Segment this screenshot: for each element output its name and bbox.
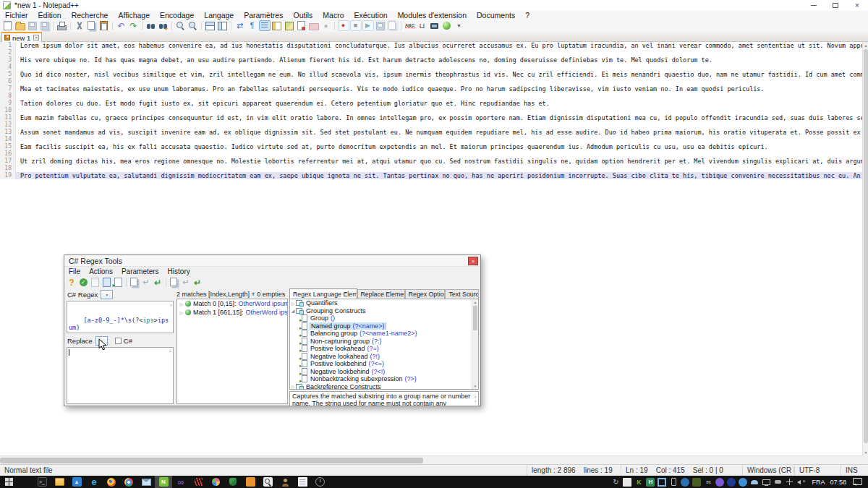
- box-app-icon[interactable]: [242, 476, 259, 488]
- show-symbols-icon[interactable]: ¶: [247, 20, 258, 31]
- regex-history-dropdown[interactable]: ▼: [101, 290, 113, 299]
- menu-item-macro[interactable]: Macro: [318, 11, 349, 20]
- search-app-icon[interactable]: [259, 476, 276, 488]
- dialog-title-bar[interactable]: C# Regex Tools: [64, 255, 480, 267]
- paste-icon[interactable]: [98, 20, 110, 31]
- horizontal-scrollbar-thumb[interactable]: [0, 458, 423, 463]
- open-folder-icon[interactable]: [14, 20, 26, 31]
- editor-line[interactable]: 4: [0, 64, 862, 71]
- copy-replace-icon[interactable]: [169, 278, 180, 288]
- menu-item-affichage[interactable]: Affichage: [113, 11, 155, 20]
- editor-line[interactable]: 18: [0, 165, 862, 172]
- tray-phone-icon[interactable]: [669, 477, 678, 487]
- sync-vertical-icon[interactable]: [205, 20, 216, 31]
- volume-muted-icon[interactable]: [796, 477, 806, 487]
- regex-input[interactable]: ▲ [a-z0-9_-]*\s(?<ips>ipsum): [67, 301, 174, 333]
- menu-item-langage[interactable]: Langage: [199, 11, 239, 20]
- snapshot-icon[interactable]: [429, 20, 441, 31]
- tree-item-negative-lookahead[interactable]: Negative lookahead(?!): [290, 353, 478, 361]
- undo-icon[interactable]: ↶: [116, 20, 127, 31]
- menu-item-documents[interactable]: Documents: [472, 11, 520, 20]
- copy-matches-icon[interactable]: [129, 278, 140, 288]
- run-replace-icon[interactable]: ↵: [192, 278, 203, 288]
- tray-clipboard-icon[interactable]: [623, 477, 632, 487]
- match-row[interactable]: ▷Match 1 [661,15]:OtherWord ipsum: [177, 308, 287, 317]
- dialog-menu-item-history[interactable]: History: [163, 267, 195, 276]
- start-button[interactable]: [0, 476, 17, 488]
- tray-navy-orb-icon[interactable]: [727, 477, 736, 487]
- monitor-toggle-icon[interactable]: ●: [320, 20, 332, 31]
- encoding-status[interactable]: UTF-8: [794, 465, 841, 476]
- tree-item-named-group[interactable]: Named group(?<name>): [290, 322, 478, 330]
- folder-workspace-icon[interactable]: [308, 20, 320, 31]
- vertical-scrollbar-thumb[interactable]: [864, 49, 868, 443]
- file-explorer-icon[interactable]: [51, 476, 68, 488]
- notepad-plus-plus-icon[interactable]: N: [155, 476, 172, 488]
- dialog-tab-regex-options[interactable]: Regex Options: [405, 289, 446, 299]
- tray-86-icon[interactable]: 86: [704, 477, 713, 487]
- editor-line[interactable]: 2: [0, 49, 862, 56]
- tray-cloud-icon[interactable]: [750, 477, 760, 487]
- save-all-icon[interactable]: [39, 20, 51, 31]
- spell-check-icon[interactable]: ABC: [404, 20, 416, 31]
- contacts-icon[interactable]: [276, 476, 294, 488]
- print-icon[interactable]: [56, 20, 68, 31]
- tree-item-positive-lookbehind[interactable]: Positive lookbehind(?<=): [290, 360, 478, 368]
- menu-item-recherche[interactable]: Recherche: [67, 11, 114, 20]
- editor-line[interactable]: 13Assum sonet mandamus ad vis, suscipit …: [0, 129, 862, 136]
- tab-new-1[interactable]: new 1 ×: [1, 32, 42, 42]
- editor-line[interactable]: 5Quo id dico noster, nisl vocibus simili…: [0, 71, 862, 78]
- menu-item-encodage[interactable]: Encodage: [155, 11, 199, 20]
- save-session-icon[interactable]: [113, 278, 124, 288]
- dialog-menu-item-parameters[interactable]: Parameters: [117, 267, 163, 276]
- editor-line[interactable]: 19Pro petentium vulputate ea, salutandi …: [0, 172, 862, 179]
- plugin-orb-icon[interactable]: [441, 20, 453, 31]
- tree-item-negative-lookbehind[interactable]: Negative lookbehind(?<!): [290, 368, 478, 376]
- maximize-button[interactable]: [825, 0, 846, 11]
- editor-line[interactable]: 15Eam facilis suscipit ea, his ex falli …: [0, 143, 862, 150]
- expand-icon[interactable]: ▷: [179, 301, 184, 307]
- document-list-icon[interactable]: [296, 20, 307, 31]
- zoom-out-icon[interactable]: [187, 20, 199, 31]
- dialog-tab-regex-language-elements[interactable]: Regex Language Elements: [289, 288, 357, 299]
- expand-icon[interactable]: ▷: [290, 301, 296, 306]
- editor-line[interactable]: 9Tation dolores cu duo. Est modo fugit i…: [0, 100, 862, 107]
- photos-icon[interactable]: ▲: [68, 476, 85, 488]
- tray-purple-orb-icon[interactable]: [715, 477, 725, 487]
- editor-line[interactable]: 3His vero ubique no. Id has quas magna d…: [0, 56, 862, 64]
- menu-item-outils[interactable]: Outils: [288, 11, 318, 20]
- tree-item-positive-lookahead[interactable]: Positive lookahead(?=): [290, 345, 478, 353]
- scroll-up-icon[interactable]: ▲: [472, 300, 478, 304]
- editor-line[interactable]: 6: [0, 78, 862, 85]
- horizontal-scrollbar[interactable]: [0, 455, 862, 464]
- tray-vm-icon[interactable]: [658, 477, 667, 487]
- visual-studio-icon[interactable]: ∞: [172, 476, 190, 488]
- save-icon[interactable]: [27, 20, 38, 31]
- send-matches-icon[interactable]: ↵: [141, 278, 152, 288]
- menu-item-modules-d-extension[interactable]: Modules d'extension: [393, 11, 472, 20]
- run-macro-multiple-icon[interactable]: [387, 20, 399, 31]
- menu-item-ex-cution[interactable]: Exécution: [349, 11, 393, 20]
- tray-blue-orb-icon[interactable]: [739, 477, 748, 487]
- expand-icon[interactable]: ▷: [179, 310, 184, 315]
- claw-app-icon[interactable]: [190, 476, 207, 488]
- clock-app-icon[interactable]: [311, 476, 328, 488]
- save-macro-icon[interactable]: [375, 20, 386, 31]
- tray-dock-icon[interactable]: [773, 477, 783, 487]
- editor-line[interactable]: 1Lorem ipsum dolor sit amet, eos habemus…: [0, 42, 862, 49]
- find-icon[interactable]: [145, 20, 157, 31]
- matches-list[interactable]: ▷Match 0 [0,15]:OtherWord ipsum▷Match 1 …: [176, 299, 288, 404]
- scroll-down-icon[interactable]: ▼: [472, 384, 478, 388]
- tray-move-icon[interactable]: [785, 477, 794, 487]
- dialog-tab-replace-elements[interactable]: Replace Elements: [357, 289, 405, 299]
- menu-item-param-tres[interactable]: Paramètres: [239, 11, 288, 20]
- record-macro-icon[interactable]: ●: [338, 20, 349, 31]
- editor-line[interactable]: 11Eum mazim fabellas cu, graece principe…: [0, 114, 862, 121]
- tray-k-app-icon[interactable]: K: [634, 477, 644, 487]
- minimize-button[interactable]: [803, 0, 825, 11]
- new-session-icon[interactable]: [90, 278, 101, 288]
- scroll-up-icon[interactable]: ▲: [863, 42, 868, 48]
- expand-icon[interactable]: ▷: [290, 384, 296, 389]
- replace-input[interactable]: ▲: [67, 347, 174, 404]
- tree-item-non-capturing-group[interactable]: Non-capturing group(?:): [290, 338, 478, 346]
